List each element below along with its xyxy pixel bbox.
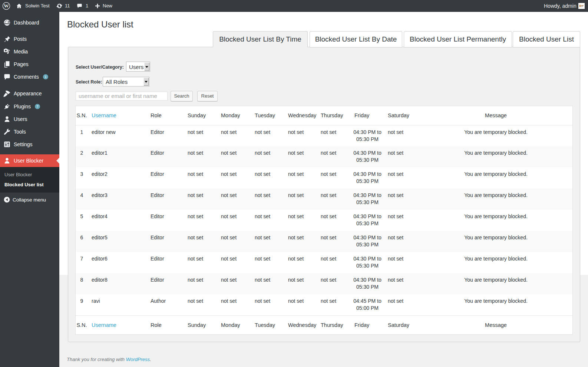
svg-text:W: W	[4, 3, 9, 9]
